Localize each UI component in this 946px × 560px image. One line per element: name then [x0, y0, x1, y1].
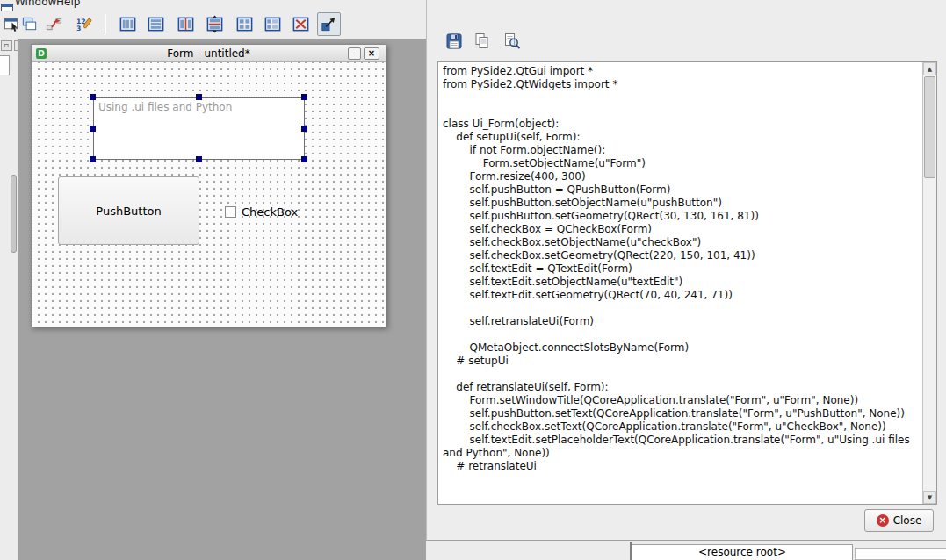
code-preview-dialog: from PySide2.QtGui import * from PySide2… — [426, 0, 946, 541]
textedit-placeholder: Using .ui files and Python — [94, 98, 304, 116]
widget-filter-input[interactable] — [0, 55, 10, 75]
code-scrollbar-thumb[interactable] — [924, 76, 935, 178]
tab-order-editor-icon[interactable]: 123 — [72, 12, 96, 36]
close-button[interactable]: × Close — [864, 509, 934, 532]
menubar: Window Help — [0, 0, 422, 11]
resource-panel-fragment — [855, 548, 946, 560]
adjust-size-icon[interactable] — [317, 12, 341, 36]
layout-vertical-icon[interactable] — [144, 12, 168, 36]
layout-horizontal-icon[interactable] — [116, 12, 140, 36]
textedit-widget[interactable]: Using .ui files and Python — [93, 97, 305, 160]
code-view: from PySide2.QtGui import * from PySide2… — [437, 61, 937, 505]
mdi-area: D Form - untitled* - × Using .ui files a… — [18, 39, 426, 560]
form-titlebar[interactable]: D Form - untitled* - × — [32, 45, 386, 62]
close-red-icon: × — [877, 514, 889, 527]
checkbox-label: CheckBox — [242, 205, 298, 219]
windows-icon[interactable] — [18, 12, 41, 36]
dock-float-button[interactable]: ▫ — [1, 40, 12, 51]
selection-handle-top-right[interactable] — [301, 94, 307, 100]
pushbutton-widget[interactable]: PushButton — [58, 176, 199, 245]
form-close-button[interactable]: × — [364, 47, 379, 60]
close-button-label: Close — [893, 514, 922, 527]
resource-root-item[interactable]: <resource root> — [632, 544, 853, 560]
svg-text:3: 3 — [76, 25, 81, 32]
form-window: D Form - untitled* - × Using .ui files a… — [31, 44, 386, 327]
selection-handle-bottom-right[interactable] — [301, 156, 307, 162]
selection-handle-bottom-mid[interactable] — [196, 156, 202, 162]
selection-handle-mid-right[interactable] — [301, 126, 307, 132]
signal-slot-editor-icon[interactable] — [42, 12, 66, 36]
selection-handle-bottom-left[interactable] — [90, 156, 96, 162]
selection-handle-top-left[interactable] — [90, 94, 96, 100]
scroll-up-icon[interactable]: ▲ — [923, 62, 936, 75]
save-icon[interactable] — [443, 30, 466, 53]
menu-help[interactable]: Help — [56, 0, 80, 11]
layout-form-icon[interactable] — [261, 12, 285, 36]
app-window-icon — [1, 0, 13, 10]
form-canvas[interactable]: Using .ui files and Python PushButton Ch… — [32, 62, 386, 327]
code-scrollbar[interactable]: ▲ ▼ — [922, 62, 936, 504]
python-code[interactable]: from PySide2.QtGui import * from PySide2… — [443, 65, 921, 503]
form-title: Form - untitled* — [32, 45, 386, 62]
qt-designer-screen: Window Help 123 ▫ × — [0, 0, 946, 560]
find-icon[interactable] — [501, 30, 524, 53]
toolbar-separator — [105, 14, 106, 34]
layout-vertical-splitter-icon[interactable] — [203, 12, 227, 36]
checkbox-widget[interactable]: CheckBox — [225, 194, 314, 230]
layout-horizontal-splitter-icon[interactable] — [174, 12, 198, 36]
checkbox-indicator[interactable] — [225, 206, 236, 218]
form-minimize-button[interactable]: - — [348, 47, 361, 60]
selection-handle-top-mid[interactable] — [196, 94, 202, 100]
selection-handle-mid-left[interactable] — [90, 126, 96, 132]
widgetbox-scrollbar-thumb[interactable] — [11, 175, 17, 253]
scroll-down-icon[interactable]: ▼ — [923, 491, 936, 504]
form-file-icon: D — [36, 48, 47, 59]
break-layout-icon[interactable] — [289, 12, 313, 36]
copy-icon[interactable] — [471, 30, 494, 53]
menu-window[interactable]: Window — [15, 0, 56, 11]
layout-grid-icon[interactable] — [233, 12, 256, 36]
